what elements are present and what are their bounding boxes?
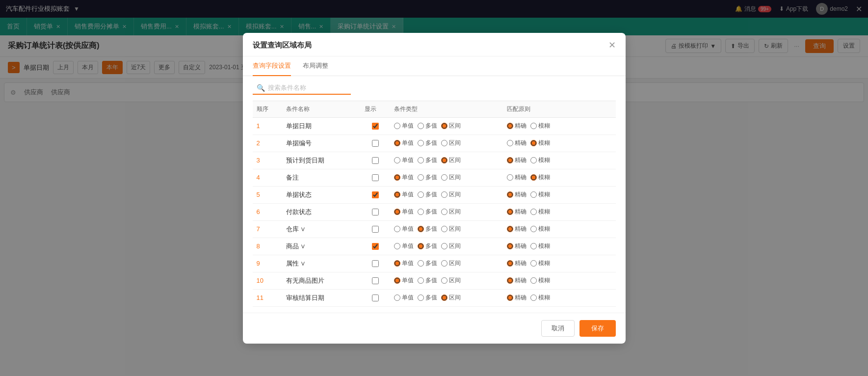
display-checkbox[interactable]: [372, 191, 379, 198]
tab-query-field[interactable]: 查询字段设置: [253, 56, 291, 76]
match-radio-item-1[interactable]: 模糊: [530, 190, 550, 199]
match-radio-1[interactable]: [530, 157, 537, 163]
type-radio-1[interactable]: [418, 295, 424, 301]
match-radio-0[interactable]: [507, 295, 513, 301]
type-radio-0[interactable]: [394, 174, 400, 181]
type-radio-item-0[interactable]: 单值: [394, 156, 414, 164]
type-radio-item-2[interactable]: 区间: [441, 122, 461, 130]
match-radio-item-0[interactable]: 精确: [507, 156, 526, 164]
type-radio-1[interactable]: [418, 277, 424, 284]
display-checkbox[interactable]: [372, 226, 379, 233]
type-radio-1[interactable]: [418, 157, 424, 163]
type-radio-item-0[interactable]: 单值: [394, 208, 414, 216]
match-radio-0[interactable]: [507, 123, 513, 129]
match-radio-0[interactable]: [507, 226, 513, 232]
type-radio-item-2[interactable]: 区间: [441, 294, 461, 302]
type-radio-item-0[interactable]: 单值: [394, 173, 414, 182]
type-radio-2[interactable]: [441, 243, 447, 249]
match-radio-1[interactable]: [530, 123, 537, 129]
match-radio-item-0[interactable]: 精确: [507, 208, 526, 216]
match-radio-item-1[interactable]: 模糊: [530, 294, 550, 302]
type-radio-1[interactable]: [418, 174, 424, 181]
display-checkbox[interactable]: [372, 209, 379, 215]
match-radio-1[interactable]: [530, 295, 537, 301]
type-radio-1[interactable]: [418, 243, 424, 249]
type-radio-item-0[interactable]: 单值: [394, 276, 414, 285]
display-checkbox[interactable]: [372, 174, 379, 181]
type-radio-item-1[interactable]: 多值: [418, 294, 437, 302]
match-radio-item-0[interactable]: 精确: [507, 259, 526, 268]
type-radio-2[interactable]: [441, 157, 447, 163]
match-radio-1[interactable]: [530, 174, 537, 181]
display-checkbox[interactable]: [372, 123, 379, 130]
display-checkbox[interactable]: [372, 260, 379, 267]
type-radio-item-1[interactable]: 多值: [418, 276, 437, 285]
type-radio-item-2[interactable]: 区间: [441, 225, 461, 233]
type-radio-item-2[interactable]: 区间: [441, 259, 461, 268]
type-radio-item-1[interactable]: 多值: [418, 122, 437, 130]
type-radio-item-0[interactable]: 单值: [394, 242, 414, 250]
type-radio-item-1[interactable]: 多值: [418, 156, 437, 164]
match-radio-0[interactable]: [507, 140, 513, 146]
type-radio-item-0[interactable]: 单值: [394, 225, 414, 233]
type-radio-2[interactable]: [441, 260, 447, 267]
type-radio-item-1[interactable]: 多值: [418, 139, 437, 147]
match-radio-0[interactable]: [507, 243, 513, 249]
type-radio-0[interactable]: [394, 209, 400, 215]
type-radio-2[interactable]: [441, 140, 447, 146]
display-checkbox[interactable]: [372, 140, 379, 147]
type-radio-item-0[interactable]: 单值: [394, 259, 414, 268]
type-radio-item-1[interactable]: 多值: [418, 173, 437, 182]
type-radio-item-2[interactable]: 区间: [441, 208, 461, 216]
type-radio-1[interactable]: [418, 260, 424, 267]
display-checkbox[interactable]: [372, 157, 379, 164]
match-radio-item-0[interactable]: 精确: [507, 190, 526, 199]
match-radio-item-1[interactable]: 模糊: [530, 122, 550, 130]
type-radio-0[interactable]: [394, 157, 400, 163]
display-checkbox[interactable]: [372, 243, 379, 250]
type-radio-item-1[interactable]: 多值: [418, 242, 437, 250]
match-radio-item-0[interactable]: 精确: [507, 173, 526, 182]
match-radio-1[interactable]: [530, 277, 537, 284]
type-radio-item-2[interactable]: 区间: [441, 190, 461, 199]
match-radio-0[interactable]: [507, 277, 513, 284]
match-radio-item-1[interactable]: 模糊: [530, 208, 550, 216]
match-radio-1[interactable]: [530, 209, 537, 215]
type-radio-0[interactable]: [394, 140, 400, 146]
type-radio-1[interactable]: [418, 140, 424, 146]
match-radio-item-0[interactable]: 精确: [507, 276, 526, 285]
type-radio-item-1[interactable]: 多值: [418, 225, 437, 233]
dialog-close-button[interactable]: ✕: [608, 41, 616, 50]
match-radio-0[interactable]: [507, 174, 513, 181]
type-radio-2[interactable]: [441, 209, 447, 215]
search-input[interactable]: [268, 84, 346, 91]
match-radio-0[interactable]: [507, 209, 513, 215]
match-radio-0[interactable]: [507, 157, 513, 163]
type-radio-0[interactable]: [394, 123, 400, 129]
match-radio-item-1[interactable]: 模糊: [530, 276, 550, 285]
match-radio-item-0[interactable]: 精确: [507, 139, 526, 147]
match-radio-item-0[interactable]: 精确: [507, 242, 526, 250]
match-radio-1[interactable]: [530, 243, 537, 249]
tab-layout[interactable]: 布局调整: [303, 56, 328, 76]
type-radio-2[interactable]: [441, 191, 447, 198]
match-radio-item-0[interactable]: 精确: [507, 225, 526, 233]
type-radio-item-1[interactable]: 多值: [418, 208, 437, 216]
save-button[interactable]: 保存: [579, 320, 616, 337]
match-radio-item-1[interactable]: 模糊: [530, 242, 550, 250]
match-radio-item-1[interactable]: 模糊: [530, 173, 550, 182]
type-radio-item-1[interactable]: 多值: [418, 259, 437, 268]
type-radio-2[interactable]: [441, 123, 447, 129]
type-radio-item-0[interactable]: 单值: [394, 139, 414, 147]
type-radio-2[interactable]: [441, 174, 447, 181]
match-radio-item-1[interactable]: 模糊: [530, 225, 550, 233]
type-radio-0[interactable]: [394, 260, 400, 267]
type-radio-2[interactable]: [441, 226, 447, 232]
type-radio-item-2[interactable]: 区间: [441, 242, 461, 250]
type-radio-0[interactable]: [394, 243, 400, 249]
type-radio-item-0[interactable]: 单值: [394, 294, 414, 302]
type-radio-item-1[interactable]: 多值: [418, 190, 437, 199]
type-radio-1[interactable]: [418, 191, 424, 198]
type-radio-1[interactable]: [418, 226, 424, 232]
display-checkbox[interactable]: [372, 295, 379, 301]
